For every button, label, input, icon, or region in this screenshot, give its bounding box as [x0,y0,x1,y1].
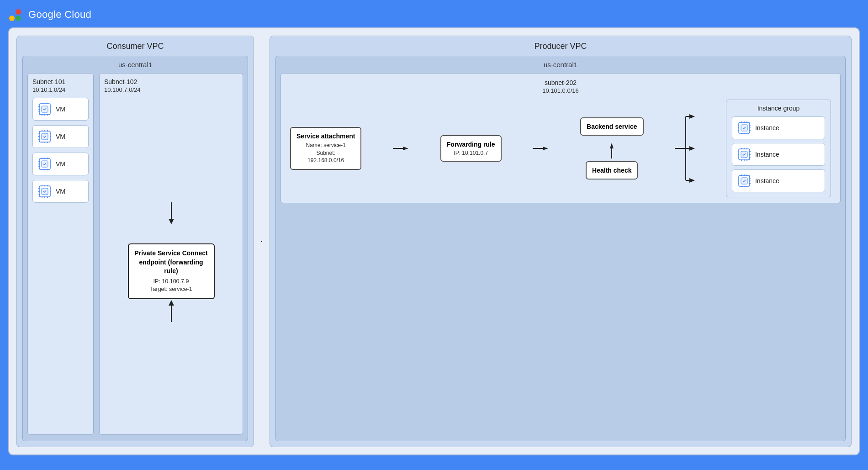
consumer-to-producer-arrow [261,36,262,447]
fr-title: Forwarding rule [447,141,495,148]
arrow-sa-fr [393,145,409,152]
main-container: Consumer VPC us-central1 Subnet-101 10.1… [8,27,860,455]
producer-vpc: Producer VPC us-central1 subnet-202 10.1… [270,36,852,447]
psc-target: Target: service-1 [134,285,208,294]
vm-label-2: VM [56,133,65,140]
chip-icon-4 [37,184,52,199]
psc-top-arrow [130,202,212,225]
backend-health-column: Backend service Health check [580,117,644,180]
consumer-region-title: us-central1 [27,61,243,69]
svg-marker-75 [689,146,695,151]
svg-marker-61 [169,219,174,224]
chip-icon-1 [37,102,52,116]
svg-marker-69 [610,143,614,148]
subnet-102-ip: 10.100.7.0/24 [104,86,238,93]
instance-label-3: Instance [755,177,779,185]
consumer-vpc: Consumer VPC us-central1 Subnet-101 10.1… [16,36,254,447]
psc-endpoint-box: Private Service Connect endpoint (forwar… [128,243,215,299]
subnet-202-ip: 10.101.0.0/16 [286,87,835,94]
consumer-vpc-title: Consumer VPC [22,42,248,51]
hc-arrow-group: Health check [586,143,638,180]
google-cloud-logo: Google Cloud [8,8,91,21]
vm-item-4: VM [32,180,89,203]
instance-list: Instance [732,116,825,192]
svg-marker-67 [543,147,548,150]
page: Google Cloud Consumer VPC us-central1 Su… [0,0,868,470]
forwarding-rule-box: Forwarding rule IP: 10.101.0.7 [440,135,502,162]
header-title: Google Cloud [28,9,91,21]
chip-icon-3 [37,157,52,171]
arrow-bs-ig-svg [675,103,695,194]
svg-marker-63 [169,300,174,306]
arrow-fr-bs [533,145,549,152]
vm-label-1: VM [56,106,65,113]
vm-item-3: VM [32,153,89,175]
sa-subnet: Subnet: [296,149,355,157]
instance-label-1: Instance [755,124,779,132]
bs-title: Backend service [587,123,637,130]
sa-title: Service attachment [296,132,355,140]
service-attachment-box: Service attachment Name: service-1 Subne… [290,127,361,170]
producer-region-title: us-central1 [281,61,841,69]
svg-point-3 [16,16,21,21]
subnet-101-ip: 10.10.1.0/24 [32,86,89,93]
subnet-101-box: Subnet-101 10.10.1.0/24 [27,73,94,435]
arrow-sa-fr-svg [393,145,409,152]
subnet-202-name: subnet-202 [286,79,835,86]
arrow-bs-ig [675,103,695,194]
logo-icon [8,8,25,21]
producer-vpc-title: Producer VPC [275,42,846,51]
vm-label-4: VM [56,188,65,195]
header: Google Cloud [8,8,860,21]
instance-group-box: Instance group [726,100,831,197]
vm-item-2: VM [32,125,89,148]
sa-subnet-ip: 192.168.0.0/16 [296,157,355,164]
subnet-202-box: subnet-202 10.101.0.0/16 Service attachm… [281,73,841,203]
chip-icon-2 [37,129,52,144]
svg-point-1 [16,9,21,15]
vm-item-1: VM [32,98,89,121]
ig-title: Instance group [732,105,825,112]
vm-label-3: VM [56,160,65,168]
psc-bottom-arrow [130,299,212,322]
backend-service-box: Backend service [580,117,644,136]
producer-diagram-row: Service attachment Name: service-1 Subne… [286,100,835,197]
instance-chip-2 [737,147,752,162]
instance-item-3: Instance [732,169,825,192]
svg-point-2 [9,16,15,21]
consumer-region-box: us-central1 Subnet-101 10.10.1.0/24 [22,56,248,441]
instance-item-2: Instance [732,143,825,166]
svg-marker-78 [689,178,695,183]
fr-ip: IP: 10.101.0.7 [447,150,495,156]
svg-marker-73 [689,114,695,119]
instance-chip-3 [737,174,752,188]
psc-title: Private Service Connect endpoint (forwar… [134,249,208,276]
producer-region: us-central1 subnet-202 10.101.0.0/16 Ser… [275,56,846,441]
subnet-102-box: Subnet-102 10.100.7.0/24 [99,73,243,435]
svg-marker-65 [403,147,408,150]
instance-chip-1 [737,121,752,135]
sa-name: Name: service-1 [296,142,355,149]
arrow-hc-bs [609,143,615,159]
health-check-box: Health check [586,161,638,180]
arrow-fr-bs-svg [533,145,549,152]
consumer-region-inner: Subnet-101 10.10.1.0/24 [27,73,243,435]
instance-item-1: Instance [732,116,825,139]
subnet-101-name: Subnet-101 [32,78,89,85]
svg-point-0 [9,9,15,15]
vm-list: VM [32,98,89,203]
hc-title: Health check [592,167,631,174]
psc-ip: IP: 10.100.7.9 [134,278,208,286]
subnet-102-name: Subnet-102 [104,78,238,85]
instance-label-2: Instance [755,151,779,158]
